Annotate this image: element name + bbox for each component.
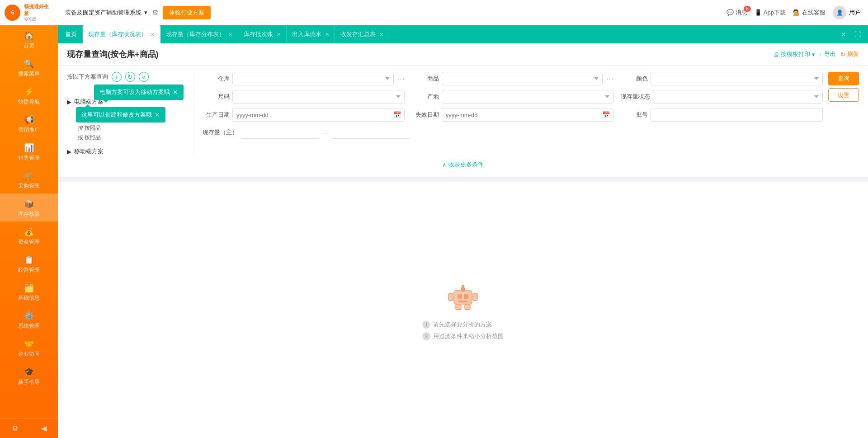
sidebar-item-basic[interactable]: 🗂️ 基础信息 bbox=[0, 278, 58, 306]
sidebar-item-enterprise[interactable]: 🤝 企业协同 bbox=[0, 334, 58, 362]
action-buttons: 查询 设置 bbox=[823, 72, 859, 102]
tooltip-close-2[interactable]: ✕ bbox=[155, 111, 160, 118]
warehouse-field: 仓库 ⋯ bbox=[203, 72, 405, 85]
online-service-button[interactable]: 💁 在线客服 bbox=[793, 9, 826, 17]
dropdown-icon: ▾ bbox=[144, 9, 147, 16]
produce-date-label: 生产日期 bbox=[203, 111, 230, 119]
tab-inout[interactable]: 出入库流水 ✕ bbox=[287, 25, 335, 43]
origin-label: 产地 bbox=[412, 93, 439, 101]
goods-field: 商品 ⋯ bbox=[412, 72, 614, 85]
sidebar-label-search: 搜索菜单 bbox=[18, 70, 40, 78]
scheme-cycle-button[interactable]: ↻ bbox=[125, 72, 135, 82]
tab-summary[interactable]: 收发存汇总表 ✕ bbox=[335, 25, 389, 43]
message-badge: 6 bbox=[744, 6, 751, 12]
sidebar-item-marketing[interactable]: 📢 营销推广 bbox=[0, 109, 58, 137]
tab-stock-status[interactable]: 现存量（库存状况表） ✕ bbox=[83, 25, 160, 43]
sidebar-item-home[interactable]: 🏠 首页 bbox=[0, 25, 58, 53]
sidebar-item-sales[interactable]: 📊 销售管理 bbox=[0, 137, 58, 165]
origin-select[interactable] bbox=[442, 90, 614, 104]
tab-home[interactable]: 首页 bbox=[60, 25, 83, 43]
sidebar-label-purchase: 采购管理 bbox=[18, 182, 40, 190]
stock-status-label: 现存量状态 bbox=[621, 93, 650, 101]
sidebar-item-inventory[interactable]: 📦 库存核算 bbox=[0, 193, 58, 221]
tab-close-icon-3[interactable]: ✕ bbox=[277, 32, 281, 38]
sidebar-item-system[interactable]: ⚙️ 系统管理 bbox=[0, 306, 58, 334]
goods-more-icon[interactable]: ⋯ bbox=[606, 75, 613, 83]
tab-close-icon-2[interactable]: ✕ bbox=[228, 32, 232, 38]
tooltip-close-1[interactable]: ✕ bbox=[173, 89, 178, 96]
tab-stock-dist[interactable]: 现存量（库存分布表） ✕ bbox=[160, 25, 238, 43]
tab-stock-dist-label: 现存量（库存分布表） bbox=[166, 30, 225, 38]
tab-stock-status-label: 现存量（库存状况表） bbox=[88, 30, 147, 38]
marketing-icon: 📢 bbox=[24, 115, 34, 125]
color-label: 颜色 bbox=[621, 75, 648, 83]
warehouse-select[interactable] bbox=[232, 72, 394, 85]
message-icon: 💬 bbox=[726, 9, 734, 16]
expire-date-field: 失效日期 📅 bbox=[412, 108, 614, 122]
refresh-button[interactable]: ↻ 刷新 bbox=[840, 50, 859, 58]
scheme-add-button[interactable]: + bbox=[112, 72, 122, 82]
stock-qty-min[interactable] bbox=[241, 126, 320, 139]
pc-subitem-2[interactable]: 按 按照品 bbox=[78, 133, 184, 142]
main-area: 装备及固定资产辅助管理系统 ▾ ⚙ 体验行业方案 💬 消息 6 📱 App下载 … bbox=[58, 0, 868, 438]
search-button[interactable]: 查询 bbox=[828, 72, 859, 85]
messages-button[interactable]: 💬 消息 6 bbox=[726, 9, 747, 17]
size-select[interactable] bbox=[232, 90, 405, 104]
export-button[interactable]: ↑ 导出 bbox=[820, 50, 836, 58]
sidebar-label-home: 首页 bbox=[24, 42, 34, 50]
warehouse-more-icon[interactable]: ⋯ bbox=[397, 75, 405, 83]
color-select[interactable] bbox=[651, 72, 823, 85]
scheme-panel: 按以下方案查询 + ↻ « 电脑方案可设为移动方案哦 ✕ bbox=[67, 72, 193, 157]
scheme-header: 按以下方案查询 + ↻ « bbox=[67, 72, 184, 82]
mobile-scheme-section: ▶ 移动端方案 bbox=[67, 146, 184, 157]
svg-point-7 bbox=[462, 285, 464, 287]
tab-close-icon-4[interactable]: ✕ bbox=[325, 32, 329, 38]
produce-date-input[interactable] bbox=[232, 108, 405, 122]
sales-icon: 📊 bbox=[24, 143, 34, 153]
solution-button[interactable]: 体验行业方案 bbox=[163, 6, 211, 19]
enterprise-icon: 🤝 bbox=[24, 339, 34, 349]
svg-rect-5 bbox=[458, 301, 467, 302]
sidebar-label-quick: 快捷导航 bbox=[18, 98, 40, 106]
filter-row-4: 现存量（主） — bbox=[203, 126, 823, 139]
tooltip-text-2: 这里可以创建和修改方案哦 bbox=[81, 111, 152, 119]
user-menu[interactable]: 👤 用户 bbox=[833, 6, 861, 19]
basic-icon: 🗂️ bbox=[24, 283, 34, 293]
app-download-button[interactable]: 📱 App下载 bbox=[755, 9, 786, 17]
tab-home-label: 首页 bbox=[65, 30, 77, 38]
tab-close-icon-5[interactable]: ✕ bbox=[379, 32, 383, 38]
collapse-icon[interactable]: ◀ bbox=[41, 424, 47, 433]
sidebar-item-guide[interactable]: 🎓 新手引导 bbox=[0, 362, 58, 390]
settings-icon[interactable]: ⚙ bbox=[12, 424, 18, 433]
tooltip-scheme-popup2: 这里可以创建和修改方案哦 ✕ bbox=[76, 107, 165, 122]
sidebar-item-operation[interactable]: 📋 经营管理 bbox=[0, 250, 58, 278]
system-selector[interactable]: 装备及固定资产辅助管理系统 ▾ bbox=[65, 9, 147, 17]
quick-icon: ⚡ bbox=[24, 87, 34, 97]
gear-icon[interactable]: ⚙ bbox=[152, 8, 158, 17]
sidebar-label-enterprise: 企业协同 bbox=[18, 350, 40, 358]
sidebar-item-purchase[interactable]: 🛒 采购管理 bbox=[0, 165, 58, 193]
tab-batch[interactable]: 库存批次账 ✕ bbox=[238, 25, 287, 43]
print-button[interactable]: 🖨 按模板打印 ▾ bbox=[773, 50, 815, 58]
reset-button[interactable]: 设置 bbox=[828, 88, 859, 102]
expire-date-wrapper: 📅 bbox=[442, 108, 614, 122]
page-title: 现存量查询(按仓库+商品) bbox=[67, 49, 159, 65]
mobile-scheme-item[interactable]: ▶ 移动端方案 bbox=[67, 146, 184, 157]
stock-status-select[interactable] bbox=[653, 90, 823, 104]
sidebar-item-quick[interactable]: ⚡ 快捷导航 bbox=[0, 81, 58, 109]
fullscreen-icon[interactable]: ⛶ bbox=[852, 29, 863, 40]
batch-input[interactable] bbox=[651, 108, 823, 122]
collapse-toggle[interactable]: ∧ 收起更多条件 bbox=[67, 157, 859, 170]
sidebar-item-search[interactable]: 🔍 搜索菜单 bbox=[0, 53, 58, 81]
pc-subitem-1[interactable]: 按 按照品 bbox=[78, 123, 184, 133]
page-header: 现存量查询(按仓库+商品) 🖨 按模板打印 ▾ ↑ 导出 ↻ 刷新 bbox=[58, 43, 868, 66]
svg-rect-11 bbox=[465, 304, 470, 310]
expire-date-input[interactable] bbox=[442, 108, 614, 122]
goods-select[interactable] bbox=[442, 72, 603, 85]
stock-qty-max[interactable] bbox=[331, 126, 411, 139]
svg-rect-10 bbox=[456, 304, 461, 310]
close-all-icon[interactable]: ✕ bbox=[838, 29, 849, 40]
sidebar-item-asset[interactable]: 💰 资金管理 bbox=[0, 221, 58, 250]
scheme-back-button[interactable]: « bbox=[139, 72, 149, 82]
tab-close-icon[interactable]: ✕ bbox=[151, 32, 155, 38]
